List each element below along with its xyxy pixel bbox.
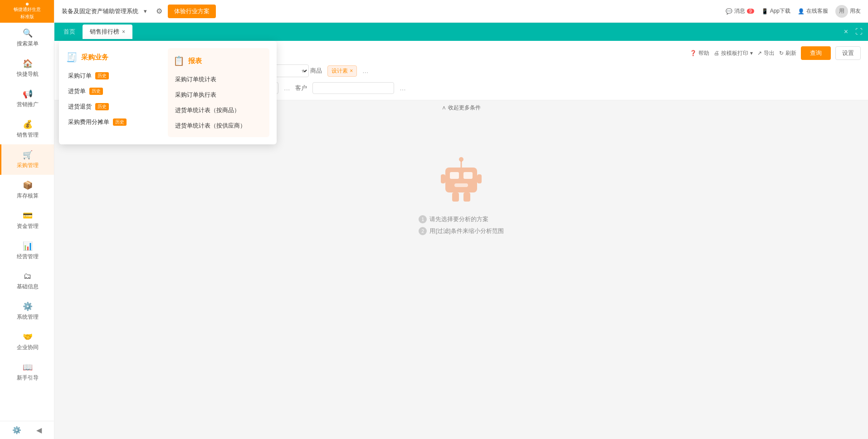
sidebar-item-finance[interactable]: 💳 资金管理 [0, 205, 54, 236]
system-icon: ⚙️ [23, 301, 33, 311]
empty-tip-1: 1 请先选择要分析的方案 [419, 215, 503, 223]
sidebar-settings-btn[interactable]: ⚙️ [12, 426, 21, 434]
logo-text: 畅捷通好生意 [14, 6, 41, 13]
tab-sales-rank[interactable]: 销售排行榜 × [83, 25, 132, 39]
purchase-dropdown-menu: 🧾 采购业务 采购订单 历史 进货单 历史 进货退货 历史 采购费用分摊单 历史 [59, 41, 277, 144]
dropdown-item-order-stats[interactable]: 采购订单统计表 [173, 72, 264, 87]
print-label: 按模板打印 [721, 49, 748, 57]
sidebar-item-system[interactable]: ⚙️ 系统管理 [0, 296, 54, 326]
empty-tip-2-text: 用[过滤]条件来缩小分析范围 [429, 227, 503, 235]
help-btn[interactable]: ❓ 帮助 [690, 46, 709, 60]
tip-num-1: 1 [419, 215, 427, 223]
svg-rect-3 [450, 172, 459, 179]
goods-tag-close-btn[interactable]: × [350, 68, 353, 74]
topbar-actions: 💬 消息 9 📱 App下载 👤 在线客服 用 用友 [726, 5, 861, 18]
svg-rect-9 [463, 192, 470, 202]
report-col-title: 报表 [188, 57, 202, 65]
purchase-col-header: 🧾 采购业务 [66, 48, 168, 68]
query-btn[interactable]: 查询 [801, 46, 831, 60]
dropdown-grid: 🧾 采购业务 采购订单 历史 进货单 历史 进货退货 历史 采购费用分摊单 历史 [66, 48, 269, 137]
sidebar-bottom: ⚙️ ◀ [0, 421, 54, 439]
history-badge: 历史 [113, 118, 127, 126]
dropdown-item-purchase-expense[interactable]: 采购费用分摊单 历史 [66, 114, 168, 130]
dropdown-item-purchase-order[interactable]: 采购订单 历史 [66, 68, 168, 84]
tab-home[interactable]: 首页 [56, 25, 83, 39]
sidebar-item-search[interactable]: 🔍 搜索菜单 [0, 23, 54, 53]
dropdown-item-order-exec[interactable]: 采购订单执行表 [173, 87, 264, 103]
user-label: 用友 [850, 7, 861, 15]
logo-icon: 6 [19, 3, 35, 5]
customer-label: 客户 [295, 84, 307, 92]
message-icon: 💬 [726, 8, 732, 15]
industry-btn[interactable]: 体验行业方案 [168, 5, 216, 18]
svg-text:6: 6 [27, 3, 28, 5]
svg-rect-4 [463, 172, 473, 179]
purchase-return-label: 进货退货 [68, 103, 92, 111]
refresh-btn[interactable]: ↻ 刷新 [779, 46, 796, 60]
print-dropdown-icon: ▾ [750, 50, 753, 56]
app-download-btn[interactable]: 📱 App下载 [761, 7, 790, 15]
purchase-receipt-label: 进货单 [68, 87, 86, 95]
gear-icon[interactable]: ⚙ [156, 7, 162, 15]
svg-rect-5 [454, 183, 468, 187]
sidebar-item-purchase[interactable]: 🛒 采购管理 [0, 144, 54, 175]
sidebar-item-label: 系统管理 [17, 313, 39, 321]
tabbar-close-all-btn[interactable]: × [840, 28, 852, 36]
help-icon: ❓ [690, 50, 697, 56]
customer-input[interactable] [312, 82, 394, 94]
purchase-icon: 🛒 [23, 150, 33, 160]
print-btn[interactable]: 🖨 按模板打印 ▾ [714, 46, 753, 60]
purchase-order-label: 采购订单 [68, 72, 92, 80]
online-service-btn[interactable]: 👤 在线客服 [798, 7, 828, 15]
logo-badge: 标准版 [20, 14, 34, 20]
tab-home-label: 首页 [63, 28, 75, 36]
home-icon: 🏠 [23, 59, 33, 69]
sidebar-logo: 6 畅捷通好生意 标准版 [0, 0, 54, 23]
sidebar-item-label: 采购管理 [17, 162, 39, 169]
purchase-col: 🧾 采购业务 采购订单 历史 进货单 历史 进货退货 历史 采购费用分摊单 历史 [66, 48, 168, 137]
goods-label: 商品 [310, 67, 322, 75]
sidebar-item-basic[interactable]: 🗂 基础信息 [0, 266, 54, 296]
settings-btn[interactable]: 设置 [835, 46, 861, 60]
message-badge: 9 [747, 9, 754, 14]
dropdown-item-receipt-by-goods[interactable]: 进货单统计表（按商品） [173, 103, 264, 118]
sidebar-item-label: 基础信息 [17, 283, 39, 291]
history-badge: 历史 [89, 88, 103, 95]
message-btn[interactable]: 💬 消息 9 [726, 7, 754, 15]
help-label: 帮助 [698, 49, 709, 57]
goods-ellipsis-btn[interactable]: ... [362, 67, 368, 75]
sidebar-item-newbie[interactable]: 📖 新手引导 [0, 357, 54, 387]
tabbar-expand-btn[interactable]: ⛶ [852, 28, 866, 36]
sidebar: 6 畅捷通好生意 标准版 🔍 搜索菜单 🏠 快捷导航 📢 营销推广 💰 销售管理… [0, 0, 54, 439]
sidebar-item-marketing[interactable]: 📢 营销推广 [0, 84, 54, 114]
sidebar-item-inventory[interactable]: 📦 库存核算 [0, 175, 54, 205]
refresh-label: 刷新 [785, 49, 796, 57]
dropdown-item-purchase-receipt[interactable]: 进货单 历史 [66, 84, 168, 99]
sales-icon: 💰 [23, 119, 33, 129]
corp-icon: 🤝 [23, 332, 33, 342]
sidebar-item-operation[interactable]: 📊 经营管理 [0, 236, 54, 266]
tab-close-icon[interactable]: × [122, 29, 125, 35]
receipt-by-goods-label: 进货单统计表（按商品） [175, 106, 240, 114]
export-icon: ↗ [757, 50, 762, 56]
dropdown-item-receipt-by-supplier[interactable]: 进货单统计表（按供应商） [173, 118, 264, 133]
dropdown-item-purchase-return[interactable]: 进货退货 历史 [66, 99, 168, 114]
sidebar-item-corp[interactable]: 🤝 企业协同 [0, 326, 54, 357]
system-dropdown-btn[interactable]: ▾ [144, 8, 147, 15]
print-icon: 🖨 [714, 50, 719, 56]
sidebar-item-quick[interactable]: 🏠 快捷导航 [0, 53, 54, 84]
sidebar-item-sales[interactable]: 💰 销售管理 [0, 114, 54, 144]
export-btn[interactable]: ↗ 导出 [757, 46, 775, 60]
purchase-expense-label: 采购费用分摊单 [68, 118, 109, 126]
app-label: App下载 [770, 7, 790, 15]
basic-icon: 🗂 [24, 271, 32, 281]
customer-ellipsis-btn[interactable]: ... [400, 84, 405, 92]
report-col: 📋 报表 采购订单统计表 采购订单执行表 进货单统计表（按商品） 进货单统计表（… [168, 48, 269, 137]
report-col-header: 📋 报表 [173, 52, 264, 72]
sidebar-collapse-btn[interactable]: ◀ [36, 426, 42, 434]
history-badge: 历史 [95, 72, 109, 79]
svg-rect-7 [477, 174, 482, 183]
user-btn[interactable]: 用 用友 [835, 5, 861, 18]
staff-ellipsis-btn[interactable]: ... [284, 84, 290, 92]
receipt-by-supplier-label: 进货单统计表（按供应商） [175, 122, 246, 130]
